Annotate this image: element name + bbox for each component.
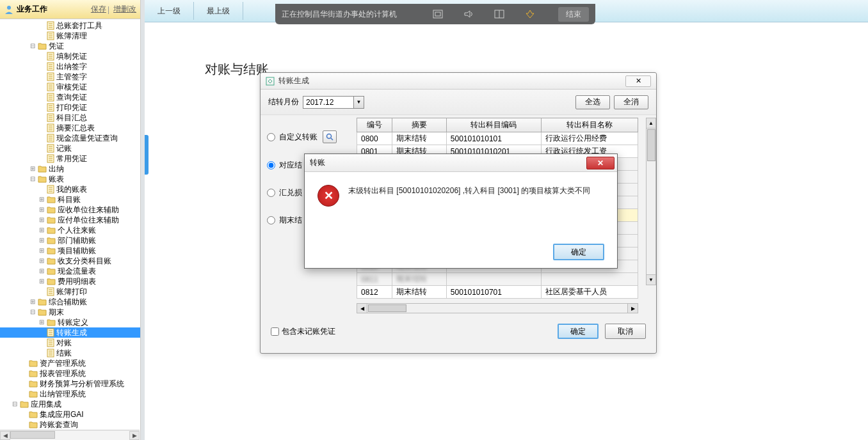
pin-icon[interactable] [521,8,539,20]
tree-item[interactable]: ⊞现金流量表 [0,266,140,276]
table-hscroll[interactable]: ◀ ▶ [357,303,638,313]
month-combo[interactable]: 2017.12 ▼ [303,96,364,109]
tree-item[interactable]: ⊟凭证 [0,41,140,51]
tree-item-label: 财务预算与分析管理系统 [40,379,124,389]
table-header[interactable]: 摘要 [392,118,447,132]
tree-item-label: 记账 [56,143,72,153]
file-icon [47,52,54,61]
tree-item[interactable]: ⊞应付单位往来辅助 [0,215,140,225]
tree-item[interactable]: 集成应用GAI [0,409,140,420]
svg-point-0 [7,6,11,10]
tree-item[interactable]: 结账 [0,348,140,358]
table-header[interactable]: 转出科目编码 [446,118,541,132]
tree-item[interactable]: 常用凭证 [0,153,140,164]
search-icon[interactable] [323,130,337,143]
fullscreen-icon[interactable] [429,8,447,20]
dialog-ok-button[interactable]: 确定 [558,324,599,339]
scroll-up-icon[interactable]: ▲ [647,118,655,129]
tree-item[interactable]: 现金流量凭证查询 [0,133,140,143]
sidebar-hscroll[interactable]: ◀ ▶ [0,430,140,440]
select-all-button[interactable]: 全选 [575,95,610,109]
tree-item[interactable]: ⊞科目账 [0,194,140,205]
dialog-close-button[interactable]: ✕ [625,75,651,87]
tree-item[interactable]: ⊞个人往来账 [0,225,140,235]
tree-item[interactable]: 账簿清理 [0,31,140,41]
tree-item[interactable]: ⊞综合辅助账 [0,297,140,307]
tree-item[interactable]: 报表管理系统 [0,368,140,379]
tree-item[interactable]: 账簿打印 [0,287,140,297]
tree-item[interactable]: 对账 [0,338,140,348]
nav-tree[interactable]: 总账套打工具账簿清理⊟凭证填制凭证出纳签字主管签字审核凭证查询凭证打印凭证科目汇… [0,19,140,428]
folder-icon [47,318,56,326]
modal-titlebar[interactable]: 转账 ✕ [305,154,617,172]
tree-item[interactable]: ⊟期末 [0,307,140,317]
main-content: 对账与结账 转账生成 ✕ 结转月份 2017.12 ▼ 全选 全消 自定义转账 [145,22,868,440]
chevron-down-icon[interactable]: ▼ [353,97,364,108]
add-del-link[interactable]: 增删改 [113,4,136,15]
file-icon [47,123,54,132]
table-row[interactable]: 0812期末结转500101010701社区居委基干人员 [357,286,638,299]
side-tab-icon[interactable] [145,135,149,175]
tree-item[interactable]: ⊞部门辅助账 [0,235,140,246]
folder-icon [29,421,38,428]
tree-item[interactable]: ⊞应收单位往来辅助 [0,205,140,215]
tree-item[interactable]: 出纳管理系统 [0,389,140,399]
top-level-button[interactable]: 最上级 [194,2,243,20]
scroll-right-icon[interactable]: ▶ [129,431,140,440]
tree-item-label: 账簿清理 [56,31,87,41]
scroll-right-icon[interactable]: ▶ [627,304,638,313]
sidebar: 业务工作 保存 | 增删改 总账套打工具账簿清理⊟凭证填制凭证出纳签字主管签字审… [0,0,141,440]
dialog-icon [266,77,275,86]
tree-item[interactable]: ⊞收支分类科目账 [0,256,140,266]
window-icon[interactable] [490,8,508,20]
tree-item[interactable]: ⊞费用明细表 [0,276,140,287]
table-vscroll[interactable]: ▲ ▼ [646,118,656,285]
svg-rect-77 [266,77,274,85]
scroll-left-icon[interactable]: ◀ [0,431,10,440]
tree-item[interactable]: 主管签字 [0,72,140,82]
tree-item[interactable]: 填制凭证 [0,51,140,61]
deselect-all-button[interactable]: 全消 [614,95,648,109]
tree-item[interactable]: 跨账套查询 [0,420,140,428]
file-icon [47,154,54,163]
save-link[interactable]: 保存 [91,4,106,15]
tree-item[interactable]: ⊞出纳 [0,164,140,174]
tree-item[interactable]: ⊞项目辅助账 [0,246,140,256]
table-row[interactable]: 0811期末结转 [357,273,638,286]
radio-custom[interactable]: 自定义转账 [267,130,350,143]
table-header[interactable]: 编号 [357,118,392,132]
include-unposted-checkbox[interactable]: 包含未记账凭证 [271,326,335,337]
tree-item[interactable]: ⊞转账定义 [0,317,140,327]
tree-item[interactable]: 审核凭证 [0,82,140,92]
tree-item[interactable]: 财务预算与分析管理系统 [0,379,140,389]
scroll-left-icon[interactable]: ◀ [357,304,367,313]
dialog-titlebar[interactable]: 转账生成 ✕ [261,73,656,90]
tree-item[interactable]: ⊟应用集成 [0,399,140,409]
table-header[interactable]: 转出科目名称 [541,118,638,132]
tree-item[interactable]: 资产管理系统 [0,358,140,368]
sidebar-title: 业务工作 [17,4,88,15]
table-row[interactable]: 0800期末结转500101010101行政运行公用经费 [357,132,638,145]
tree-item[interactable]: 摘要汇总表 [0,123,140,133]
tree-item-label: 凭证 [49,41,64,51]
modal-ok-button[interactable]: 确定 [553,244,604,260]
dialog-cancel-button[interactable]: 取消 [605,324,646,339]
modal-close-button[interactable]: ✕ [586,157,615,169]
tree-item[interactable]: 出纳签字 [0,61,140,72]
scroll-down-icon[interactable]: ▼ [647,274,655,285]
sidebar-header: 业务工作 保存 | 增删改 [0,0,140,19]
tree-item[interactable]: 总账套打工具 [0,20,140,31]
folder-icon [47,216,56,224]
tree-item[interactable]: ⊟账表 [0,174,140,184]
tree-item[interactable]: 科目汇总 [0,113,140,123]
tree-item-label: 现金流量表 [58,266,96,276]
tree-item[interactable]: 我的账表 [0,184,140,194]
up-level-button[interactable]: 上一级 [145,2,193,20]
end-button[interactable]: 结束 [558,7,589,22]
sound-icon[interactable] [460,8,478,20]
tree-item[interactable]: 转账生成 [0,327,140,338]
tree-item[interactable]: 打印凭证 [0,102,140,113]
tree-item[interactable]: 记账 [0,143,140,153]
folder-icon [47,267,56,275]
tree-item[interactable]: 查询凭证 [0,92,140,102]
